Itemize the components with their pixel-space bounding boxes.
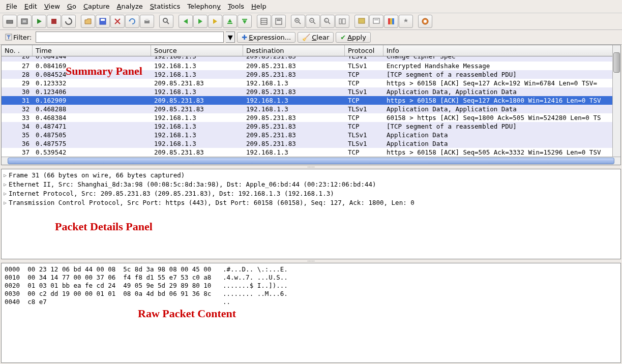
zoom-100-icon[interactable]: 1	[320, 15, 335, 28]
cell-dst: 209.85.231.83	[243, 56, 345, 62]
cell-dst: 192.168.1.3	[243, 79, 345, 87]
table-row[interactable]: 310.162909209.85.231.83192.168.1.3TCPhtt…	[2, 96, 620, 105]
col-no[interactable]: No. .	[2, 45, 33, 56]
cell-dst: 209.85.231.83	[243, 122, 345, 131]
table-row[interactable]: 350.487505192.168.1.3209.85.231.83TLSv1A…	[2, 131, 620, 139]
expand-icon[interactable]: ▷	[4, 172, 7, 178]
hex-line[interactable]: 0020 01 03 01 bb ea fe cd 24 49 05 9e 5d…	[5, 282, 617, 290]
go-forward-icon[interactable]	[193, 15, 208, 28]
hex-line[interactable]: 0030 00 c2 dd 19 00 00 01 01 08 0a 4d bd…	[5, 290, 617, 298]
save-icon[interactable]	[96, 15, 110, 28]
apply-button[interactable]: ✔Apply	[336, 32, 371, 43]
menu-statistics[interactable]: Statistics	[147, 1, 183, 12]
cell-src: 209.85.231.83	[151, 96, 243, 105]
svg-marker-3	[37, 19, 42, 24]
annotation-raw: Raw Packet Content	[138, 307, 236, 320]
expand-icon[interactable]: ▷	[4, 191, 7, 196]
menu-go[interactable]: Go	[64, 1, 79, 12]
zoom-in-icon[interactable]	[291, 15, 305, 28]
cell-dst: 209.85.231.83	[243, 131, 345, 139]
menu-capture[interactable]: Capture	[80, 1, 113, 12]
filter-input[interactable]	[36, 32, 224, 43]
table-row[interactable]: 290.123332209.85.231.83192.168.1.3TCPhtt…	[2, 79, 620, 87]
filter-label-button[interactable]: Filter:	[3, 33, 34, 42]
hex-line[interactable]: 0040 c8 e7 ..	[5, 298, 617, 306]
go-first-icon[interactable]	[223, 15, 237, 28]
capture-options-icon[interactable]	[17, 15, 32, 28]
vertical-scrollbar[interactable]	[612, 45, 620, 157]
svg-rect-42	[392, 18, 394, 24]
cell-no: 26	[2, 56, 33, 62]
auto-scroll-icon[interactable]	[272, 15, 286, 28]
menu-edit[interactable]: Edit	[21, 1, 40, 12]
cell-src: 192.168.1.3	[151, 70, 243, 79]
svg-marker-13	[184, 19, 188, 24]
detail-line[interactable]: ▷Transmission Control Protocol, Src Port…	[4, 198, 618, 207]
go-last-icon[interactable]	[238, 15, 252, 28]
table-row[interactable]: 320.468288209.85.231.83192.168.1.3TLSv1A…	[2, 105, 620, 113]
zoom-out-icon[interactable]	[306, 15, 320, 28]
col-source[interactable]: Source	[151, 45, 243, 56]
menu-view[interactable]: View	[41, 1, 63, 12]
svg-marker-15	[213, 19, 217, 24]
table-row[interactable]: 280.084524192.168.1.3209.85.231.83TCP[TC…	[2, 70, 620, 79]
splitter-1[interactable]: ┄┄┄	[0, 165, 622, 169]
detail-line[interactable]: ▷Frame 31 (66 bytes on wire, 66 bytes ca…	[4, 170, 618, 179]
start-capture-icon[interactable]	[32, 15, 46, 28]
table-row[interactable]: 360.487575192.168.1.3209.85.231.83TLSv1A…	[2, 139, 620, 148]
help-icon[interactable]	[418, 15, 432, 28]
packet-rows[interactable]: 260.084144192.168.1.3209.85.231.83TLSv1C…	[2, 56, 620, 157]
capture-filters-icon[interactable]	[354, 15, 369, 28]
close-icon[interactable]	[110, 15, 125, 28]
detail-line[interactable]: ▷Internet Protocol, Src: 209.85.231.83 (…	[4, 189, 618, 198]
cell-proto: TLSv1	[345, 131, 383, 139]
menu-tools[interactable]: Tools	[225, 1, 247, 12]
display-filters-icon[interactable]	[369, 15, 383, 28]
preferences-icon[interactable]	[399, 15, 413, 28]
col-info[interactable]: Info	[383, 45, 620, 56]
cell-dst: 209.85.231.83	[243, 87, 345, 96]
open-icon[interactable]	[81, 15, 95, 28]
menu-file[interactable]: File	[3, 1, 20, 12]
expand-icon[interactable]: ▷	[4, 181, 7, 187]
resize-columns-icon[interactable]	[335, 15, 349, 28]
go-to-icon[interactable]	[208, 15, 222, 28]
hex-line[interactable]: 0010 00 34 14 77 00 00 37 06 f4 f8 d1 55…	[5, 274, 617, 282]
find-icon[interactable]	[159, 15, 173, 28]
menu-bar: File Edit View Go Capture Analyze Statis…	[0, 0, 622, 13]
table-row[interactable]: 370.539542209.85.231.83192.168.1.3TCPhtt…	[2, 148, 620, 157]
print-icon[interactable]	[140, 15, 154, 28]
svg-line-12	[167, 22, 169, 24]
expand-icon[interactable]: ▷	[4, 200, 7, 205]
detail-text: Frame 31 (66 bytes on wire, 66 bytes cap…	[9, 171, 185, 179]
hex-line[interactable]: 0000 00 23 12 06 bd 44 00 08 5c 8d 3a 98…	[5, 265, 617, 274]
horizontal-scrollbar[interactable]	[2, 157, 620, 165]
go-back-icon[interactable]	[179, 15, 193, 28]
table-row[interactable]: 260.084144192.168.1.3209.85.231.83TLSv1C…	[2, 56, 620, 62]
col-destination[interactable]: Destination	[243, 45, 345, 56]
stop-capture-icon[interactable]	[47, 15, 61, 28]
colorize-icon[interactable]	[257, 15, 271, 28]
menu-analyze[interactable]: Analyze	[114, 1, 146, 12]
splitter-2[interactable]: ┄┄┄	[0, 259, 622, 263]
restart-capture-icon[interactable]	[62, 15, 76, 28]
menu-telephony[interactable]: Telephony	[184, 1, 224, 12]
table-row[interactable]: 300.123406192.168.1.3209.85.231.83TLSv1A…	[2, 87, 620, 96]
cell-time: 0.468288	[33, 105, 151, 113]
clear-button[interactable]: 🧹Clear	[298, 32, 334, 43]
expression-button[interactable]: ✚Expression...	[237, 32, 295, 43]
table-row[interactable]: 330.468384192.168.1.3209.85.231.83TCP601…	[2, 113, 620, 122]
cell-no: 30	[2, 87, 33, 96]
menu-help[interactable]: Help	[248, 1, 270, 12]
filter-dropdown-icon[interactable]: ▼	[226, 32, 235, 43]
table-row[interactable]: 340.487471192.168.1.3209.85.231.83TCP[TC…	[2, 122, 620, 131]
detail-line[interactable]: ▷Ethernet II, Src: Shanghai_8d:3a:98 (00…	[4, 179, 618, 189]
col-protocol[interactable]: Protocol	[345, 45, 383, 56]
coloring-rules-icon[interactable]	[384, 15, 398, 28]
interfaces-icon[interactable]	[3, 15, 17, 28]
col-time[interactable]: Time	[33, 45, 151, 56]
reload-icon[interactable]	[125, 15, 139, 28]
cell-info: https > 60158 [ACK] Seq=127 Ack=192 Win=…	[383, 79, 620, 87]
cell-src: 209.85.231.83	[151, 79, 243, 87]
table-row[interactable]: 270.084169192.168.1.3209.85.231.83TLSv1E…	[2, 62, 620, 70]
